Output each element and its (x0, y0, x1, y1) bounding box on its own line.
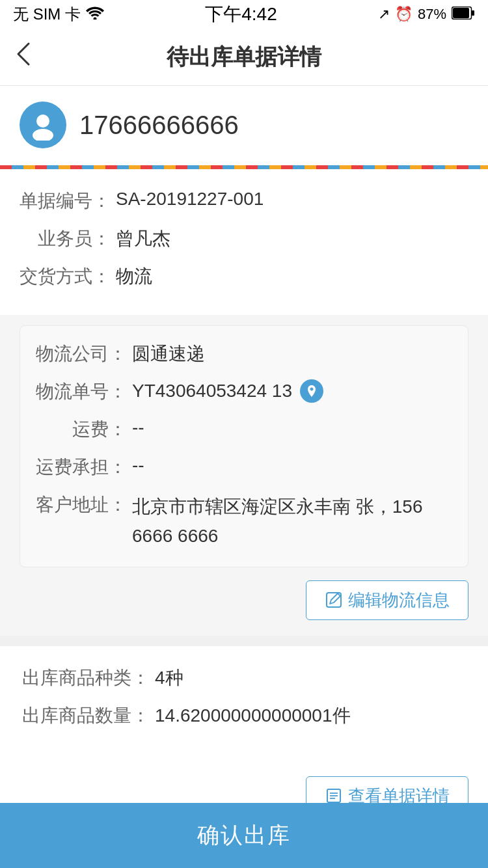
order-number-value: SA-20191227-001 (111, 189, 468, 210)
edit-logistics-container: 编辑物流信息 (0, 580, 488, 636)
sales-person-value: 曾凡杰 (111, 226, 468, 251)
page-title: 待出库单据详情 (167, 42, 321, 72)
logistics-company-label: 物流公司： (36, 342, 127, 366)
status-time: 下午4:42 (205, 2, 277, 27)
goods-quantity-label: 出库商品数量： (20, 703, 150, 728)
logistics-company-value: 圆通速递 (127, 342, 452, 366)
order-number-row: 单据编号： SA-20191227-001 (20, 189, 468, 213)
dashed-divider (0, 164, 488, 169)
confirm-bar[interactable]: 确认出库 (0, 803, 488, 868)
goods-quantity-row: 出库商品数量： 14.620000000000001件 (20, 703, 468, 728)
section-divider-1 (0, 636, 488, 646)
order-info-section: 单据编号： SA-20191227-001 业务员： 曾凡杰 交货方式： 物流 (0, 169, 488, 315)
logistics-freight-bearer-label: 运费承担： (36, 455, 127, 480)
back-button[interactable] (16, 41, 31, 73)
edit-logistics-label: 编辑物流信息 (348, 589, 450, 612)
status-left: 无 SIM 卡 (13, 4, 104, 25)
logistics-company-row: 物流公司： 圆通速递 (36, 342, 452, 366)
delivery-method-value: 物流 (111, 264, 468, 289)
avatar (20, 102, 66, 148)
logistics-tracking-value: YT43064053424 13 (127, 379, 452, 403)
alarm-icon: ⏰ (395, 6, 413, 23)
logistics-freight-bearer-value: -- (127, 455, 452, 476)
delivery-method-row: 交货方式： 物流 (20, 264, 468, 289)
status-bar: 无 SIM 卡 下午4:42 ↗ ⏰ 87% (0, 0, 488, 29)
delivery-method-label: 交货方式： (20, 264, 111, 289)
svg-point-4 (36, 115, 49, 128)
goods-types-value: 4种 (150, 666, 468, 690)
order-number-label: 单据编号： (20, 189, 111, 213)
svg-rect-3 (453, 8, 469, 18)
sales-person-label: 业务员： (20, 226, 111, 251)
logistics-freight-row: 运费： -- (36, 417, 452, 442)
edit-logistics-button[interactable]: 编辑物流信息 (306, 580, 468, 620)
tracking-location-icon[interactable] (300, 379, 323, 403)
customer-phone: 17666666666 (79, 111, 239, 140)
svg-point-0 (94, 18, 97, 20)
logistics-address-value: 北京市市辖区海淀区永丰南 张，156 6666 6666 (127, 493, 452, 551)
logistics-tracking-row: 物流单号： YT43064053424 13 (36, 379, 452, 404)
goods-types-label: 出库商品种类： (20, 666, 150, 690)
battery-percent: 87% (418, 6, 446, 23)
logistics-freight-label: 运费： (36, 417, 127, 442)
goods-section: 出库商品种类： 4种 出库商品数量： 14.620000000000001件 (0, 646, 488, 761)
logistics-tracking-label: 物流单号： (36, 379, 127, 404)
logistics-card: 物流公司： 圆通速递 物流单号： YT43064053424 13 运费： --… (20, 325, 468, 567)
logistics-address-label: 客户地址： (36, 493, 127, 517)
sim-label: 无 SIM 卡 (13, 4, 81, 25)
wifi-icon (86, 5, 104, 23)
svg-point-5 (33, 129, 53, 141)
logistics-freight-value: -- (127, 417, 452, 438)
logistics-address-row: 客户地址： 北京市市辖区海淀区永丰南 张，156 6666 6666 (36, 493, 452, 551)
confirm-button-label: 确认出库 (197, 821, 291, 850)
customer-header: 17666666666 (0, 86, 488, 164)
location-status-icon: ↗ (378, 6, 390, 23)
svg-rect-2 (472, 10, 474, 16)
goods-quantity-value: 14.620000000000001件 (150, 703, 468, 728)
nav-bar: 待出库单据详情 (0, 29, 488, 86)
sales-person-row: 业务员： 曾凡杰 (20, 226, 468, 251)
status-right: ↗ ⏰ 87% (378, 5, 475, 23)
logistics-freight-bearer-row: 运费承担： -- (36, 455, 452, 480)
battery-icon (452, 5, 475, 23)
goods-types-row: 出库商品种类： 4种 (20, 666, 468, 690)
